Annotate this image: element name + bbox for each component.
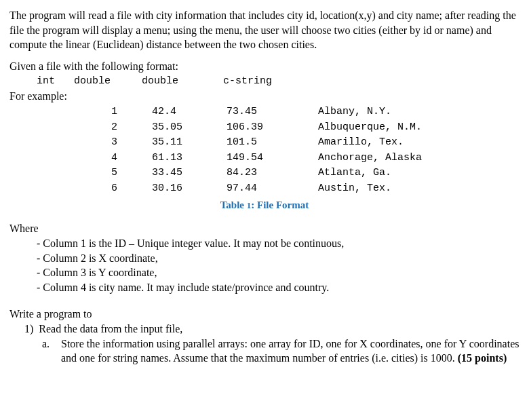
subtask-text: Store the information using parallel arr… <box>61 338 519 364</box>
write-label: Write a program to <box>9 307 520 322</box>
cell-id: 5 <box>111 166 152 181</box>
task-text: Read the data from the input file, <box>39 323 182 335</box>
cell-name: Atlanta, Ga. <box>318 166 391 181</box>
cell-y: 84.23 <box>227 166 318 181</box>
given-label: Given a file with the following format: <box>9 59 520 74</box>
cell-x: 33.45 <box>152 166 227 181</box>
format-col-double2: double <box>142 75 223 88</box>
subtask-marker: a. <box>42 337 61 366</box>
cell-x: 42.4 <box>152 104 227 120</box>
where-list: - Column 1 is the ID – Unique integer va… <box>37 236 520 294</box>
cell-name: Albany, N.Y. <box>318 104 391 120</box>
table-row: 3 35.11 101.5 Amarillo, Tex. <box>111 135 520 151</box>
file-format-table: 1 42.4 73.45 Albany, N.Y. 2 35.05 106.39… <box>111 104 520 196</box>
cell-x: 35.11 <box>152 135 227 151</box>
where-label: Where <box>9 221 520 236</box>
cell-y: 97.44 <box>227 181 318 197</box>
cell-name: Amarillo, Tex. <box>318 135 404 151</box>
cell-id: 1 <box>111 104 152 120</box>
cell-id: 6 <box>111 181 152 197</box>
format-col-double1: double <box>74 75 142 88</box>
task-item-1: 1) Read the data from the input file, <box>24 322 520 337</box>
cell-y: 149.54 <box>227 151 318 166</box>
caption-prefix: Table <box>220 199 247 210</box>
where-block: Where - Column 1 is the ID – Unique inte… <box>9 221 520 294</box>
cell-y: 101.5 <box>227 135 318 151</box>
cell-y: 73.45 <box>227 104 318 120</box>
intro-paragraph: The program will read a file with city i… <box>9 8 520 52</box>
format-col-int: int <box>37 75 74 88</box>
task-list: 1) Read the data from the input file, a.… <box>24 322 520 366</box>
cell-y: 106.39 <box>227 120 318 136</box>
cell-x: 30.16 <box>152 181 227 197</box>
table-row: 5 33.45 84.23 Atlanta, Ga. <box>111 166 520 181</box>
where-item: - Column 4 is city name. It may include … <box>37 280 520 295</box>
cell-x: 61.13 <box>152 151 227 166</box>
for-example-label: For example: <box>9 89 520 104</box>
where-item: - Column 1 is the ID – Unique integer va… <box>37 236 520 251</box>
cell-id: 4 <box>111 151 152 166</box>
table-row: 6 30.16 97.44 Austin, Tex. <box>111 181 520 197</box>
subtask-points: (15 points) <box>458 352 507 364</box>
caption-suffix: : File Format <box>251 199 309 210</box>
cell-id: 3 <box>111 135 152 151</box>
cell-id: 2 <box>111 120 152 136</box>
format-col-cstring: c-string <box>223 75 272 88</box>
write-program-block: Write a program to 1) Read the data from… <box>9 307 520 365</box>
cell-x: 35.05 <box>152 120 227 136</box>
table-row: 1 42.4 73.45 Albany, N.Y. <box>111 104 520 120</box>
cell-name: Anchorage, Alaska <box>318 151 422 166</box>
cell-name: Austin, Tex. <box>318 181 391 197</box>
where-item: - Column 2 is X coordinate, <box>37 251 520 266</box>
cell-name: Albuquerque, N.M. <box>318 120 422 136</box>
task-subitem-a: a. Store the information using parallel … <box>42 337 520 366</box>
subtask-text-wrapper: Store the information using parallel arr… <box>61 337 520 366</box>
where-item: - Column 3 is Y coordinate, <box>37 265 520 280</box>
table-row: 2 35.05 106.39 Albuquerque, N.M. <box>111 120 520 136</box>
table-caption: Table 1: File Format <box>9 198 520 212</box>
format-header-row: int double double c-string <box>37 75 520 88</box>
task-sublist: a. Store the information using parallel … <box>42 337 520 366</box>
table-row: 4 61.13 149.54 Anchorage, Alaska <box>111 151 520 166</box>
task-marker: 1) <box>24 323 33 335</box>
